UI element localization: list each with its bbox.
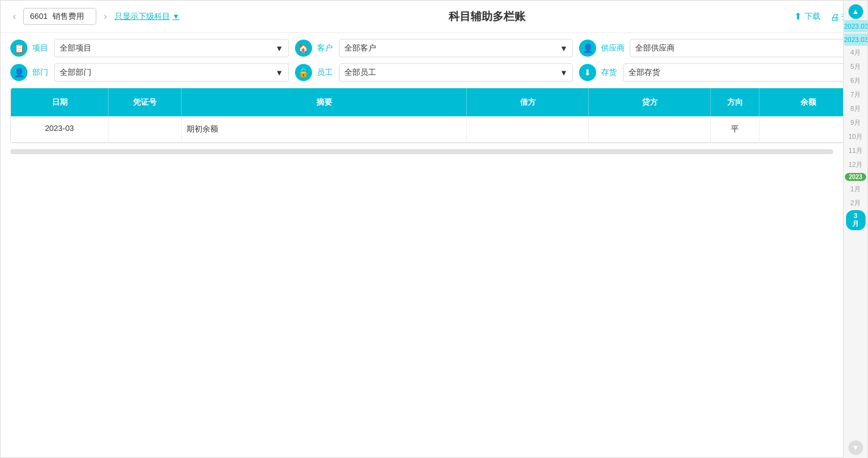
cell-balance [760, 116, 857, 142]
timeline-selected-top[interactable]: 2023.03 [844, 20, 867, 32]
project-value: 全部项目 [60, 43, 91, 54]
header: ‹ 6601 销售费用 › 只显示下级科目 ▼ 科目辅助多栏账 ⬆ 下载 🖨 打… [1, 1, 867, 33]
horizontal-scrollbar[interactable] [10, 149, 833, 154]
supplier-select[interactable]: 全部供应商 ▼ [630, 39, 858, 57]
show-sub-chevron-icon: ▼ [173, 12, 180, 21]
project-filter: 📋 项目 全部项目 ▼ [10, 39, 289, 57]
show-sub-label: 只显示下级科目 [115, 11, 170, 22]
col-credit: 贷方 [589, 88, 711, 116]
employee-value: 全部员工 [344, 67, 376, 78]
download-label: 下载 [805, 11, 820, 22]
inventory-select[interactable]: 全部存货 ▼ [623, 63, 858, 82]
project-select[interactable]: 全部项目 ▼ [54, 39, 289, 57]
timeline-down-btn[interactable]: ▼ [848, 440, 863, 455]
timeline-up-btn[interactable]: ▲ [848, 4, 863, 19]
table-header: 日期 凭证号 摘要 借方 贷方 方向 余额 [11, 88, 857, 116]
customer-value: 全部客户 [344, 43, 376, 54]
department-label: 部门 [32, 67, 49, 78]
timeline-selected-highlight[interactable]: 2023.03 [844, 33, 867, 46]
cell-summary: 期初余额 [182, 116, 467, 142]
account-tag: 6601 销售费用 [23, 8, 96, 25]
col-date: 日期 [11, 88, 108, 116]
cell-debit [467, 116, 589, 142]
customer-icon: 🏠 [295, 40, 312, 57]
department-icon: 👤 [10, 64, 27, 81]
show-sub-button[interactable]: 只显示下级科目 ▼ [115, 11, 180, 22]
col-balance: 余额 [760, 88, 857, 116]
customer-select[interactable]: 全部客户 ▼ [339, 39, 574, 57]
table-body: 2023-03 期初余额 平 [11, 116, 857, 143]
col-direction: 方向 [711, 88, 760, 116]
col-summary: 摘要 [182, 88, 467, 116]
cell-date: 2023-03 [11, 116, 108, 142]
timeline-month-4[interactable]: 4月 [844, 46, 867, 60]
inventory-label: 存货 [601, 67, 618, 78]
cell-voucher [108, 116, 182, 142]
prev-account-btn[interactable]: ‹ [10, 10, 18, 23]
department-filter: 👤 部门 全部部门 ▼ [10, 63, 289, 82]
timeline-month-1[interactable]: 1月 [844, 182, 867, 196]
timeline-month-9[interactable]: 9月 [844, 116, 867, 130]
project-icon: 📋 [10, 40, 27, 57]
timeline-month-5[interactable]: 5月 [844, 60, 867, 74]
timeline-selected-top-label: 2023.03 [844, 23, 868, 30]
inventory-filter: ⬇ 存货 全部存货 ▼ [579, 63, 858, 82]
department-chevron-icon: ▼ [276, 68, 283, 77]
next-account-btn[interactable]: › [101, 10, 109, 23]
employee-select[interactable]: 全部员工 ▼ [339, 63, 574, 82]
data-table: 日期 凭证号 摘要 借方 贷方 方向 余额 2023-03 期初余额 平 [10, 88, 858, 143]
timeline-month-11[interactable]: 11月 [844, 144, 867, 158]
department-select[interactable]: 全部部门 ▼ [54, 63, 289, 82]
customer-chevron-icon: ▼ [560, 44, 567, 53]
download-button[interactable]: ⬆ 下载 [794, 11, 820, 22]
supplier-label: 供应商 [601, 43, 625, 54]
timeline-month-10[interactable]: 10月 [844, 130, 867, 144]
main-window: ‹ 6601 销售费用 › 只显示下级科目 ▼ 科目辅助多栏账 ⬆ 下载 🖨 打… [0, 0, 868, 458]
project-chevron-icon: ▼ [276, 44, 283, 53]
timeline-next-year-section: 1月 2月 3月 [844, 182, 867, 230]
timeline-month-2[interactable]: 2月 [844, 196, 867, 210]
employee-filter: 🔒 员工 全部员工 ▼ [295, 63, 574, 82]
account-code: 6601 [30, 12, 48, 21]
inventory-value: 全部存货 [628, 67, 660, 78]
timeline-month-3-current[interactable]: 3月 [846, 210, 866, 230]
page-title: 科目辅助多栏账 [185, 9, 789, 24]
col-voucher: 凭证号 [108, 88, 182, 116]
side-timeline: ▲ 2023.03 2023.03 4月 5月 6月 7月 8月 9月 10月 … [843, 1, 867, 458]
customer-label: 客户 [317, 43, 334, 54]
employee-label: 员工 [317, 67, 334, 78]
employee-icon: 🔒 [295, 64, 312, 81]
supplier-value: 全部供应商 [635, 43, 675, 54]
account-name: 销售费用 [52, 12, 84, 21]
table-row: 2023-03 期初余额 平 [11, 116, 857, 143]
employee-chevron-icon: ▼ [560, 68, 567, 77]
timeline-month-8[interactable]: 8月 [844, 102, 867, 116]
scrollbar-area [10, 149, 858, 154]
customer-filter: 🏠 客户 全部客户 ▼ [295, 39, 574, 57]
cell-credit [589, 116, 711, 142]
timeline-selected-highlight-label: 2023.03 [844, 36, 868, 43]
timeline-year-badge: 2023 [845, 173, 866, 181]
department-value: 全部部门 [60, 67, 91, 78]
print-icon: 🖨 [830, 12, 839, 22]
project-label: 项目 [32, 43, 49, 54]
inventory-icon: ⬇ [579, 64, 596, 81]
cell-direction: 平 [711, 116, 760, 142]
supplier-icon: 👤 [579, 40, 596, 57]
col-debit: 借方 [467, 88, 589, 116]
timeline-month-6[interactable]: 6月 [844, 74, 867, 88]
filter-bar: 📋 项目 全部项目 ▼ 🏠 客户 全部客户 ▼ 👤 供应商 全部供应商 ▼ [1, 33, 867, 88]
timeline-month-12[interactable]: 12月 [844, 158, 867, 172]
timeline-months-section: 4月 5月 6月 7月 8月 9月 10月 11月 12月 [844, 46, 867, 172]
timeline-month-7[interactable]: 7月 [844, 88, 867, 102]
download-icon: ⬆ [794, 11, 802, 22]
supplier-filter: 👤 供应商 全部供应商 ▼ [579, 39, 858, 57]
